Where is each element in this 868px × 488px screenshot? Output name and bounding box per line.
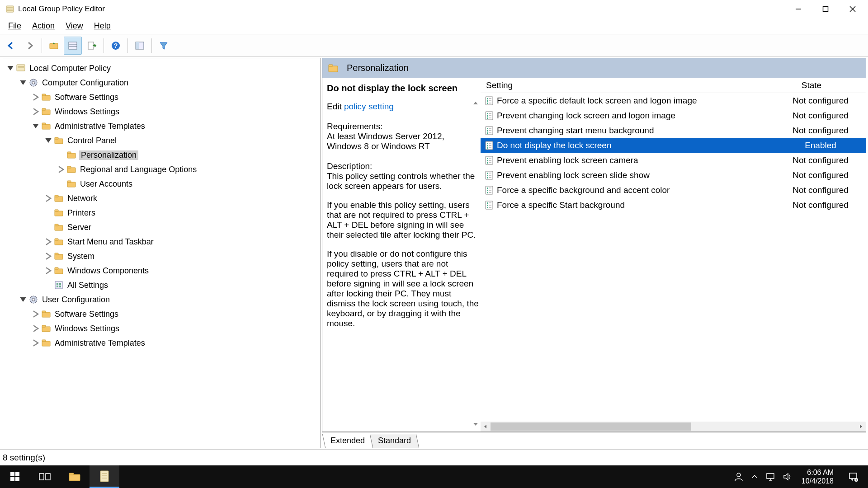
taskbar-clock[interactable]: 6:06 AM 10/4/2018 xyxy=(797,468,838,485)
people-icon[interactable] xyxy=(734,472,744,482)
setting-row[interactable]: Prevent changing lock screen and logon i… xyxy=(481,108,866,123)
column-setting[interactable]: Setting xyxy=(481,80,766,90)
setting-row[interactable]: Do not display the lock screen Enabled xyxy=(481,138,866,153)
scroll-left-icon[interactable] xyxy=(481,422,491,432)
tree-item[interactable]: Network xyxy=(2,191,321,206)
svg-rect-44 xyxy=(55,254,63,259)
tree-item[interactable]: Regional and Language Options xyxy=(2,162,321,177)
tab-standard[interactable]: Standard xyxy=(370,434,420,448)
tree-item[interactable]: Software Settings xyxy=(2,90,321,104)
menu-view[interactable]: View xyxy=(60,19,89,33)
export-icon[interactable] xyxy=(83,37,101,55)
horizontal-scrollbar[interactable] xyxy=(481,422,866,432)
svg-rect-5 xyxy=(823,7,828,12)
action-center-icon[interactable]: 1 xyxy=(838,465,868,488)
tree-item-label: Computer Configuration xyxy=(41,78,129,88)
help-icon[interactable]: ? xyxy=(107,37,125,55)
tree-expand-icon[interactable] xyxy=(57,165,66,174)
menu-help[interactable]: Help xyxy=(89,19,116,33)
status-bar: 8 setting(s) xyxy=(0,449,868,465)
tree-item[interactable]: Control Panel xyxy=(2,133,321,148)
scrollbar-thumb[interactable] xyxy=(491,422,691,431)
policy-icon xyxy=(484,185,494,195)
minimize-button[interactable] xyxy=(785,0,812,18)
svg-rect-57 xyxy=(42,327,50,332)
setting-row[interactable]: Force a specific Start background Not co… xyxy=(481,197,866,212)
nav-back-icon[interactable] xyxy=(2,37,20,55)
tree-item[interactable]: All Settings xyxy=(2,278,321,292)
setting-row[interactable]: Force a specific background and accent c… xyxy=(481,183,866,197)
tree-expand-icon[interactable] xyxy=(31,338,40,347)
tree-item[interactable]: Windows Settings xyxy=(2,321,321,336)
tree-item[interactable]: Personalization xyxy=(2,148,321,162)
setting-state: Not configured xyxy=(775,170,866,180)
scroll-up-icon[interactable] xyxy=(472,99,479,107)
setting-row[interactable]: Force a specific default lock screen and… xyxy=(481,93,866,108)
tree-expand-icon[interactable] xyxy=(19,295,28,304)
description-scrollbar[interactable] xyxy=(471,99,481,428)
tree-expand-icon[interactable] xyxy=(31,107,40,116)
taskbar-file-explorer[interactable] xyxy=(60,465,90,488)
tree-item[interactable]: Server xyxy=(2,220,321,235)
tab-extended[interactable]: Extended xyxy=(322,434,373,448)
tree-expand-icon[interactable] xyxy=(6,64,15,73)
taskbar[interactable]: 6:06 AM 10/4/2018 1 xyxy=(0,465,868,488)
svg-rect-115 xyxy=(487,205,488,206)
tree-item[interactable]: Windows Settings xyxy=(2,104,321,119)
svg-rect-24 xyxy=(42,110,50,115)
policy-icon xyxy=(484,200,494,210)
maximize-button[interactable] xyxy=(812,0,839,18)
tree-computer-configuration[interactable]: Computer Configuration xyxy=(2,75,321,90)
tree-expand-icon[interactable] xyxy=(31,122,40,131)
tree-user-configuration[interactable]: User Configuration xyxy=(2,292,321,307)
toolbar: ? xyxy=(0,34,868,57)
setting-row[interactable]: Prevent changing start menu background N… xyxy=(481,123,866,138)
tree-expand-icon[interactable] xyxy=(44,252,53,261)
menu-file[interactable]: File xyxy=(3,19,27,33)
tree-expand-icon[interactable] xyxy=(31,324,40,333)
tree-expand-icon[interactable] xyxy=(31,93,40,102)
tree-item[interactable]: Administrative Templates xyxy=(2,336,321,350)
edit-policy-link[interactable]: policy setting xyxy=(344,102,394,111)
task-view-button[interactable] xyxy=(30,465,60,488)
setting-row[interactable]: Prevent enabling lock screen camera Not … xyxy=(481,153,866,168)
start-button[interactable] xyxy=(0,465,30,488)
tree-view[interactable]: Local Computer Policy Computer Configura… xyxy=(2,58,321,448)
tree-expand-icon[interactable] xyxy=(19,78,28,87)
details-icon[interactable] xyxy=(64,37,82,55)
content-header: Personalization xyxy=(322,58,866,78)
tree-item[interactable]: System xyxy=(2,249,321,263)
filter-icon[interactable] xyxy=(155,37,173,55)
tree-item[interactable]: User Accounts xyxy=(2,177,321,191)
column-state[interactable]: State xyxy=(766,80,857,90)
tree-item[interactable]: Software Settings xyxy=(2,307,321,321)
scroll-down-icon[interactable] xyxy=(472,421,479,428)
settings-column-headers[interactable]: Setting State xyxy=(481,78,866,93)
taskbar-gpedit[interactable] xyxy=(90,465,119,488)
tree-expand-icon[interactable] xyxy=(44,266,53,275)
svg-rect-64 xyxy=(487,98,488,99)
svg-rect-85 xyxy=(487,143,488,144)
tree-item[interactable]: Windows Components xyxy=(2,263,321,278)
close-button[interactable] xyxy=(839,0,866,18)
scroll-right-icon[interactable] xyxy=(856,422,866,432)
volume-icon[interactable] xyxy=(783,472,793,482)
setting-row[interactable]: Prevent enabling lock screen slide show … xyxy=(481,168,866,183)
svg-rect-73 xyxy=(487,115,488,117)
show-hide-tree-icon[interactable] xyxy=(131,37,149,55)
network-icon[interactable] xyxy=(765,472,775,482)
tree-item-label: Windows Components xyxy=(66,266,150,276)
tree-root-node[interactable]: Local Computer Policy xyxy=(2,61,321,75)
tree-expand-icon[interactable] xyxy=(31,310,40,319)
folder-up-icon[interactable] xyxy=(45,37,63,55)
tree-item[interactable]: Printers xyxy=(2,206,321,220)
tree-expand-icon[interactable] xyxy=(44,194,53,203)
settings-list[interactable]: Force a specific default lock screen and… xyxy=(481,93,866,422)
tree-expand-icon[interactable] xyxy=(44,136,53,145)
tree-expand-icon[interactable] xyxy=(44,237,53,246)
tree-item[interactable]: Administrative Templates xyxy=(2,119,321,133)
menu-action[interactable]: Action xyxy=(27,19,60,33)
tray-chevron-icon[interactable] xyxy=(751,473,758,480)
nav-forward-icon[interactable] xyxy=(21,37,39,55)
tree-item[interactable]: Start Menu and Taskbar xyxy=(2,235,321,249)
